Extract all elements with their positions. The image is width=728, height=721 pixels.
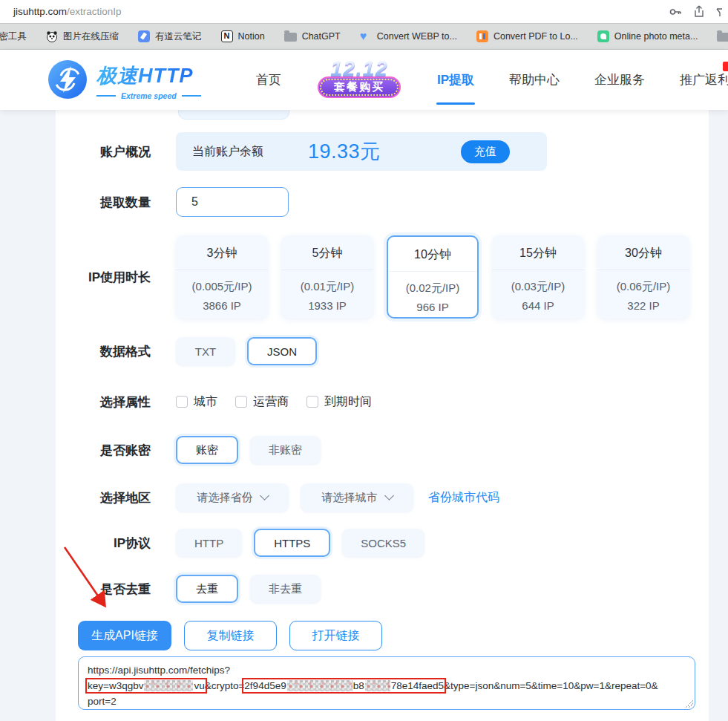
- nav-red-badge: [723, 62, 728, 71]
- notion-icon: [221, 30, 233, 42]
- dedupe-row: 是否去重 去重 非去重: [56, 574, 724, 604]
- heart-icon: [360, 30, 372, 42]
- nav-ip-extract[interactable]: IP提取: [437, 71, 474, 88]
- format-option-json-selected[interactable]: JSON: [247, 337, 317, 365]
- bookmark-label: Notion: [238, 31, 265, 42]
- attributes-row: 选择属性 城市 运营商 到期时间: [56, 389, 724, 414]
- promo-date: 12.12: [330, 57, 388, 79]
- bookmark-label: Convert WEBP to...: [377, 31, 457, 42]
- protocol-option-socks5[interactable]: SOCKS5: [342, 529, 424, 557]
- protocol-label: IP协议: [56, 535, 151, 552]
- duration-label: IP使用时长: [56, 269, 151, 286]
- auth-option-no-credentials[interactable]: 非账密: [250, 436, 321, 464]
- duration-option-3min[interactable]: 3分钟 (0.005元/IP) 3866 IP: [176, 235, 268, 319]
- chevron-down-icon: [384, 491, 394, 500]
- format-row: 数据格式 TXT JSON: [56, 336, 724, 366]
- address-bar[interactable]: jisuhttp.com/extractionIp: [13, 6, 122, 17]
- api-url-line2: key=w3qgbvvu&crypto=2f94d5e9b878e14faed5…: [88, 678, 686, 694]
- redacted-crypto-highlight: 2f94d5e9b878e14faed5: [244, 680, 444, 691]
- censored-crypto-segment: [365, 680, 390, 691]
- quantity-input[interactable]: [176, 187, 289, 217]
- bookmark-item[interactable]: Notion: [221, 30, 265, 42]
- censored-crypto-segment: [287, 680, 352, 691]
- copy-link-button[interactable]: 复制链接: [184, 621, 277, 650]
- redacted-key-highlight: key=w3qgbvvu: [88, 680, 205, 691]
- dedupe-option-yes-selected[interactable]: 去重: [176, 575, 238, 603]
- balance-label: 当前账户余额: [192, 144, 263, 160]
- province-select[interactable]: 请选择省份: [176, 483, 289, 512]
- quantity-row: 提取数量: [56, 187, 724, 217]
- protocol-row: IP协议 HTTP HTTPS SOCKS5: [56, 528, 724, 558]
- city-select[interactable]: 请选择城市: [301, 483, 413, 512]
- duration-option-15min[interactable]: 15分钟 (0.03元/IP) 644 IP: [492, 235, 584, 319]
- clipped-field-above: [178, 110, 289, 120]
- duration-option-5min[interactable]: 5分钟 (0.01元/IP) 1933 IP: [281, 235, 373, 319]
- region-row: 选择地区 请选择省份 请选择城市 省份城市代码: [56, 483, 724, 512]
- format-label: 数据格式: [56, 343, 151, 360]
- folder-icon: [717, 33, 728, 42]
- checkbox-icon: [176, 396, 188, 408]
- dedupe-option-no[interactable]: 非去重: [250, 575, 321, 603]
- recharge-button[interactable]: 充值: [461, 140, 510, 163]
- bookmark-item[interactable]: Convert PDF to Lo...: [476, 30, 578, 42]
- chevron-down-icon: [260, 491, 269, 500]
- bookmark-item[interactable]: 图片在线压缩: [46, 30, 119, 43]
- bookmark-item[interactable]: Convert WEBP to...: [360, 30, 457, 42]
- resize-handle[interactable]: [686, 700, 693, 708]
- duration-option-30min[interactable]: 30分钟 (0.06元/IP) 322 IP: [597, 235, 689, 319]
- protocol-option-http[interactable]: HTTP: [176, 529, 242, 557]
- auth-option-credentials-selected[interactable]: 账密: [176, 436, 238, 464]
- pdf-converter-icon: [476, 30, 488, 42]
- bookmark-item[interactable]: 加密工具: [0, 30, 27, 43]
- nav-home[interactable]: 首页: [256, 71, 281, 88]
- bookmark-item[interactable]: ChatGPT: [284, 31, 341, 42]
- censored-key-segment: [144, 680, 193, 691]
- auth-row: 是否账密 账密 非账密: [56, 435, 724, 465]
- bookmarks-bar: 加密工具 图片在线压缩 有道云笔记 Notion ChatGPT Convert…: [0, 23, 728, 50]
- clipped-toolbar-icon[interactable]: [716, 7, 722, 17]
- attribute-checkbox-city[interactable]: 城市: [176, 394, 217, 410]
- main-nav: 首页 12.12 套餐购买 IP提取 帮助中心 企业服务 推广返利: [256, 50, 728, 110]
- balance-value: 19.33元: [308, 138, 381, 165]
- password-key-icon[interactable]: [669, 7, 682, 16]
- checkbox-icon: [306, 396, 318, 408]
- site-logo[interactable]: 极速HTTP Extreme speed: [46, 58, 201, 104]
- province-city-code-link[interactable]: 省份城市代码: [428, 490, 499, 506]
- duration-option-10min-selected[interactable]: 10分钟 (0.02元/IP) 966 IP: [387, 235, 479, 319]
- share-icon[interactable]: [694, 5, 704, 18]
- generate-api-link-button[interactable]: 生成API链接: [78, 621, 171, 650]
- nav-help-center[interactable]: 帮助中心: [509, 71, 560, 88]
- open-link-button[interactable]: 打开链接: [289, 621, 382, 650]
- api-url-output[interactable]: https://api.jisuhttp.com/fetchips? key=w…: [78, 656, 695, 710]
- dedupe-label: 是否去重: [56, 581, 151, 598]
- nav-enterprise[interactable]: 企业服务: [594, 71, 645, 88]
- logo-subtitle: Extreme speed: [96, 91, 201, 100]
- bookmark-label: 有道云笔记: [155, 30, 202, 43]
- account-panel: 当前账户余额 19.33元 充值: [176, 132, 547, 171]
- bookmark-label: 图片在线压缩: [63, 30, 119, 43]
- bookmark-label: ChatGPT: [302, 31, 341, 42]
- format-option-txt[interactable]: TXT: [176, 337, 235, 365]
- bookmark-item[interactable]: Relakkes: [717, 31, 728, 42]
- duration-row: IP使用时长 3分钟 (0.005元/IP) 3866 IP 5分钟 (0.01…: [56, 235, 724, 319]
- region-label: 选择地区: [56, 489, 151, 506]
- panda-icon: [46, 30, 58, 42]
- bookmark-item[interactable]: 有道云笔记: [138, 30, 202, 43]
- attribute-checkbox-expiry[interactable]: 到期时间: [306, 394, 372, 410]
- attribute-checkbox-carrier[interactable]: 运营商: [235, 394, 289, 410]
- promo-12-12-badge[interactable]: 12.12 套餐购买: [316, 57, 402, 106]
- checkbox-icon: [235, 396, 247, 408]
- folder-icon: [284, 33, 297, 42]
- youdao-note-icon: [138, 30, 150, 42]
- bookmark-label: Online photo meta...: [614, 31, 698, 42]
- protocol-option-https-selected[interactable]: HTTPS: [254, 529, 330, 557]
- bookmark-label: Convert PDF to Lo...: [493, 31, 578, 42]
- account-label: 账户概况: [56, 143, 151, 160]
- bookmark-item[interactable]: Online photo meta...: [597, 30, 698, 42]
- screen: jisuhttp.com/extractionIp 加密工具 图片在线压缩 有道…: [0, 0, 728, 721]
- api-url-line3: port=2: [88, 694, 686, 709]
- quantity-label: 提取数量: [56, 194, 151, 211]
- nav-referral[interactable]: 推广返利: [680, 71, 728, 88]
- account-row: 账户概况 当前账户余额 19.33元 充值: [56, 132, 724, 171]
- api-url-line1: https://api.jisuhttp.com/fetchips?: [88, 662, 686, 678]
